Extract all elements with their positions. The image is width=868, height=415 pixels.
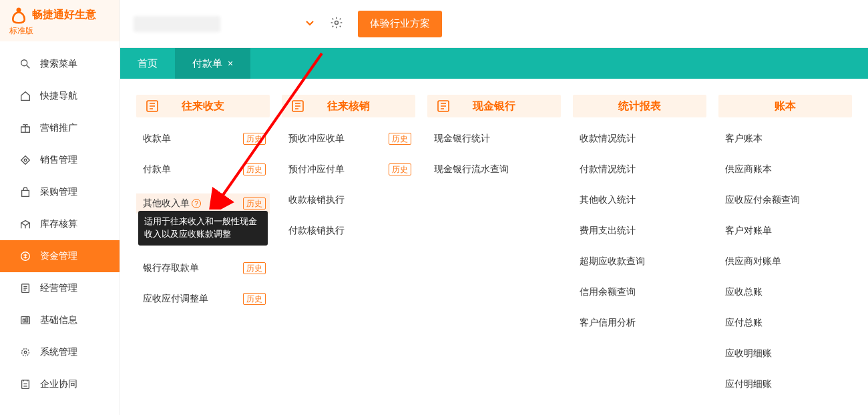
menu-item[interactable]: 客户对账单	[725, 224, 852, 238]
sidebar-item-label: 营销推广	[40, 122, 77, 134]
menu-item[interactable]: 应付总账	[725, 316, 852, 330]
tab-label: 付款单	[192, 57, 222, 70]
menu-item-label: 应收总账	[725, 286, 763, 298]
sidebar-item-8[interactable]: 基础信息	[0, 304, 120, 336]
history-badge[interactable]: 历史	[243, 163, 266, 175]
close-icon[interactable]: ×	[228, 58, 233, 69]
menu-item-label: 应付总账	[725, 317, 763, 329]
menu-item[interactable]: 客户信用分析	[580, 316, 706, 330]
column-header: 往来核销	[282, 95, 415, 117]
menu-item[interactable]: 银行存取款单历史	[143, 262, 270, 275]
column-title: 往来核销	[327, 99, 370, 113]
menu-item-label: 应收应付调整单	[143, 293, 208, 305]
sidebar-item-label: 快捷导航	[40, 90, 77, 102]
tab-1[interactable]: 付款单×	[175, 48, 250, 79]
menu-item-label: 付款核销执行	[288, 225, 345, 237]
tab-label: 首页	[138, 57, 158, 70]
menu-item[interactable]: 付款情况统计	[580, 163, 706, 176]
history-badge[interactable]: 历史	[389, 133, 411, 145]
stock-icon	[19, 218, 32, 231]
sidebar-item-7[interactable]: 经营管理	[0, 272, 120, 304]
column-title: 现金银行	[473, 99, 515, 113]
sidebar-item-0[interactable]: 搜索菜单	[0, 48, 120, 80]
column-title: 账本	[775, 99, 796, 113]
nav-list: 搜索菜单快捷导航营销推广销售管理采购管理库存核算资金管理经营管理基础信息系统管理…	[0, 41, 120, 400]
column-header: 往来收支	[136, 95, 270, 117]
menu-item[interactable]: 付款单历史	[143, 163, 270, 176]
sidebar-item-4[interactable]: 采购管理	[0, 176, 120, 208]
menu-item[interactable]: 付款核销执行	[288, 224, 415, 238]
gift-icon	[19, 121, 32, 135]
sidebar-item-6[interactable]: 资金管理	[0, 240, 120, 272]
column-header: 统计报表	[573, 95, 706, 117]
menu-item[interactable]: 现金银行统计	[434, 132, 561, 145]
brand: 畅捷通好生意 标准版	[0, 0, 120, 41]
menu-item-label: 供应商账本	[725, 163, 772, 175]
gear-icon	[19, 346, 32, 359]
menu-item-label: 预收冲应收单	[288, 133, 345, 145]
tab-0[interactable]: 首页	[120, 48, 175, 79]
column-2: 现金银行现金银行统计现金银行流水查询	[427, 95, 561, 391]
menu-item-label: 其他收入统计	[580, 194, 636, 206]
sidebar-item-9[interactable]: 系统管理	[0, 336, 120, 368]
chevron-down-icon[interactable]	[304, 17, 315, 30]
bag-icon	[19, 185, 32, 199]
board-icon	[19, 282, 32, 295]
sidebar-item-label: 搜索菜单	[40, 58, 77, 70]
sidebar-item-label: 采购管理	[40, 186, 77, 198]
svg-point-1	[21, 60, 27, 66]
industry-plan-button[interactable]: 体验行业方案	[358, 11, 442, 37]
gear-icon[interactable]	[330, 16, 343, 31]
history-badge[interactable]: 历史	[243, 197, 266, 210]
history-badge[interactable]: 历史	[243, 293, 266, 305]
menu-item[interactable]: 现金银行流水查询	[434, 163, 561, 176]
menu-item[interactable]: 应收总账	[725, 286, 852, 299]
column-3: 统计报表收款情况统计付款情况统计其他收入统计费用支出统计超期应收款查询信用余额查…	[573, 95, 706, 391]
sidebar-item-label: 企业协同	[40, 378, 77, 390]
menu-item-label: 信用余额查询	[580, 286, 636, 298]
column-title: 统计报表	[618, 99, 661, 113]
sidebar-item-2[interactable]: 营销推广	[0, 112, 120, 144]
brand-title: 畅捷通好生意	[32, 8, 96, 22]
menu-item[interactable]: 应付明细账	[725, 378, 852, 391]
menu-item[interactable]: 信用余额查询	[580, 286, 706, 299]
svg-point-10	[335, 21, 339, 25]
menu-item[interactable]: 应收应付调整单历史	[143, 292, 270, 306]
sidebar-item-1[interactable]: 快捷导航	[0, 80, 120, 112]
content: 往来收支收款单历史付款单历史其他收入单?历史费用单历史银行存取款单历史应收应付调…	[120, 79, 868, 415]
menu-item[interactable]: 其他收入统计	[580, 193, 706, 207]
menu-item[interactable]: 费用支出统计	[580, 224, 706, 238]
column-header-icon	[144, 98, 160, 114]
menu-item-label: 收款单	[143, 133, 171, 145]
menu-item[interactable]: 应收明细账	[725, 347, 852, 360]
menu-item-label: 应收明细账	[725, 348, 772, 360]
search-icon	[19, 57, 32, 71]
menu-item[interactable]: 供应商对账单	[725, 255, 852, 268]
menu-item[interactable]: 供应商账本	[725, 163, 852, 176]
menu-item[interactable]: 应收应付余额查询	[725, 193, 852, 207]
history-badge[interactable]: 历史	[243, 262, 266, 274]
menu-item[interactable]: 收款单历史	[143, 132, 270, 145]
svg-point-7	[22, 349, 29, 356]
column-header-icon	[290, 98, 306, 114]
menu-item[interactable]: 收款核销执行	[288, 193, 415, 207]
svg-point-8	[24, 351, 27, 354]
menu-item-label: 供应商对账单	[725, 256, 781, 268]
menu-item[interactable]: 收款情况统计	[580, 132, 706, 145]
sidebar-item-10[interactable]: 企业协同	[0, 368, 120, 400]
menu-item-label: 客户账本	[725, 133, 763, 145]
sidebar-item-5[interactable]: 库存核算	[0, 208, 120, 240]
menu-item[interactable]: 预收冲应收单历史	[288, 132, 415, 145]
menu-item[interactable]: 超期应收款查询	[580, 255, 706, 268]
menu-item-label: 预付冲应付单	[288, 163, 345, 175]
menu-item[interactable]: 客户账本	[725, 132, 852, 145]
menu-item-label: 银行存取款单	[143, 262, 199, 274]
history-badge[interactable]: 历史	[389, 163, 411, 175]
svg-point-3	[24, 159, 27, 161]
help-icon[interactable]: ?	[192, 199, 201, 208]
menu-item[interactable]: 预付冲应付单历史	[288, 163, 415, 176]
column-header: 账本	[718, 95, 852, 117]
sidebar-item-3[interactable]: 销售管理	[0, 144, 120, 176]
history-badge[interactable]: 历史	[243, 133, 266, 145]
menu-item-label: 客户信用分析	[580, 317, 636, 329]
